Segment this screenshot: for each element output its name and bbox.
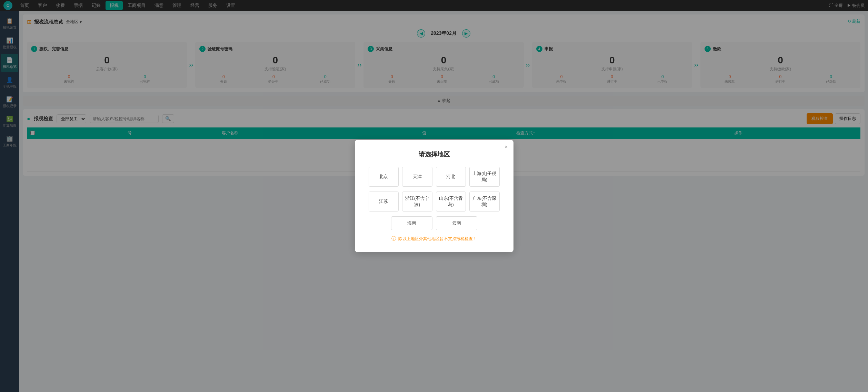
region-btn-江苏[interactable]: 江苏 <box>369 192 399 212</box>
region-grid-2: 江苏浙江(不含宁波)山东(不含青岛)广东(不含深圳) <box>369 192 500 212</box>
region-btn-广东(不含深圳)[interactable]: 广东(不含深圳) <box>469 192 500 212</box>
modal-overlay[interactable]: × 请选择地区 北京天津河北上海(电子税局) 江苏浙江(不含宁波)山东(不含青岛… <box>0 0 868 392</box>
region-btn-海南[interactable]: 海南 <box>391 216 432 230</box>
region-btn-云南[interactable]: 云南 <box>436 216 477 230</box>
region-btn-上海(电子税局)[interactable]: 上海(电子税局) <box>469 167 500 187</box>
region-grid-1: 北京天津河北上海(电子税局) <box>369 167 500 187</box>
modal-close-btn[interactable]: × <box>505 144 508 150</box>
modal-warning: ⓘ 除以上地区外其他地区暂不支持报税检查！ <box>369 236 500 242</box>
modal-dialog: × 请选择地区 北京天津河北上海(电子税局) 江苏浙江(不含宁波)山东(不含青岛… <box>355 140 513 252</box>
region-btn-浙江(不含宁波)[interactable]: 浙江(不含宁波) <box>402 192 432 212</box>
region-btn-山东(不含青岛)[interactable]: 山东(不含青岛) <box>436 192 466 212</box>
region-btn-天津[interactable]: 天津 <box>402 167 432 187</box>
warning-icon: ⓘ <box>391 236 396 242</box>
region-btn-北京[interactable]: 北京 <box>369 167 399 187</box>
region-btn-河北[interactable]: 河北 <box>436 167 466 187</box>
modal-title: 请选择地区 <box>369 150 500 158</box>
region-row-3: 海南云南 <box>369 216 500 230</box>
